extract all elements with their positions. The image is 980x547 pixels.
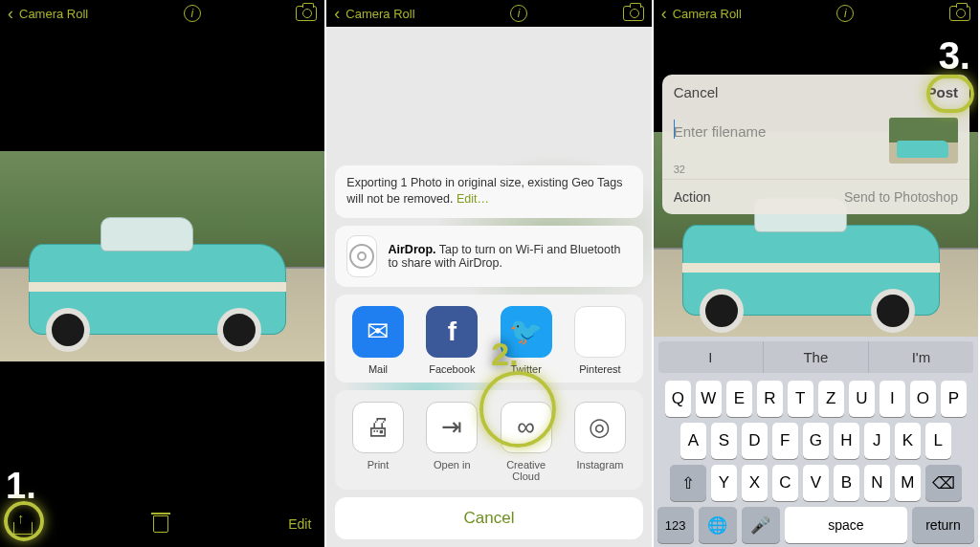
info-icon[interactable]: i	[510, 5, 527, 22]
compose-cancel-button[interactable]: Cancel	[674, 84, 719, 100]
info-icon[interactable]: i	[836, 5, 854, 22]
char-counter: 32	[662, 164, 969, 179]
key-shift[interactable]: ⇧	[670, 465, 706, 501]
suggestion[interactable]: I	[658, 341, 764, 373]
screen-2: ‹ Camera Roll i Exporting 1 Photo in ori…	[326, 0, 653, 547]
compose-action-dest: Send to Photoshop	[844, 189, 958, 205]
key-l[interactable]: L	[925, 423, 951, 459]
key-n[interactable]: N	[864, 465, 890, 501]
mail-icon: ✉︎	[352, 306, 404, 358]
photo-viewer	[0, 27, 324, 361]
filename-input[interactable]	[674, 118, 880, 144]
key-f[interactable]: F	[772, 423, 798, 459]
airdrop-title: AirDrop.	[389, 243, 436, 256]
key-mic[interactable]: 🎤	[742, 507, 780, 543]
keyboard-row-1: QWERTZUIOP	[657, 381, 974, 417]
open-in-icon: ⇥	[426, 402, 478, 453]
pinterest-icon: P	[574, 306, 626, 358]
facebook-icon: f	[426, 306, 478, 358]
bottom-toolbar: Edit	[0, 501, 324, 547]
key-r[interactable]: R	[757, 381, 783, 417]
nav-bar: ‹ Camera Roll i	[654, 0, 978, 27]
key-space[interactable]: space	[785, 507, 907, 543]
car-photo[interactable]	[0, 151, 324, 361]
keyboard-row-3: ⇧YXCVBNM⌫	[657, 465, 974, 501]
key-return[interactable]: return	[912, 507, 974, 543]
back-chevron-icon[interactable]: ‹	[8, 4, 13, 24]
action-open-in[interactable]: ⇥ Open in	[419, 402, 484, 482]
key-e[interactable]: E	[726, 381, 752, 417]
export-edit-link[interactable]: Edit…	[457, 192, 489, 206]
info-icon[interactable]: i	[184, 5, 201, 22]
action-creative-cloud[interactable]: ∞ Creative Cloud	[494, 402, 559, 482]
key-delete[interactable]: ⌫	[925, 465, 962, 501]
compose-action-label[interactable]: Action	[674, 189, 711, 205]
action-instagram[interactable]: ◎ Instagram	[568, 402, 633, 482]
back-label[interactable]: Camera Roll	[345, 7, 414, 21]
compose-post-button[interactable]: Post	[926, 84, 958, 100]
camera-icon[interactable]	[296, 6, 317, 21]
key-m[interactable]: M	[895, 465, 921, 501]
key-j[interactable]: J	[864, 423, 890, 459]
key-numbers[interactable]: 123	[657, 507, 694, 543]
trash-icon[interactable]	[153, 515, 168, 533]
key-globe[interactable]: 🌐	[699, 507, 737, 543]
share-app-facebook[interactable]: f Facebook	[419, 306, 484, 375]
screen-3: ‹ Camera Roll i Cancel Post 32 Action Se…	[654, 0, 980, 547]
share-sheet: Exporting 1 Photo in original size, exis…	[335, 165, 642, 539]
back-label[interactable]: Camera Roll	[19, 7, 88, 21]
compose-panel: Cancel Post 32 Action Send to Photoshop	[662, 75, 969, 214]
text-cursor	[674, 120, 676, 139]
key-q[interactable]: Q	[665, 381, 691, 417]
screen-1: ‹ Camera Roll i Edit 1.	[0, 0, 326, 547]
share-apps-row: ✉︎ Mail f Facebook 🐦 Twitter P Pinterest	[335, 295, 642, 383]
key-g[interactable]: G	[803, 423, 829, 459]
key-b[interactable]: B	[834, 465, 859, 501]
key-k[interactable]: K	[895, 423, 921, 459]
key-h[interactable]: H	[834, 423, 859, 459]
key-w[interactable]: W	[696, 381, 722, 417]
back-chevron-icon[interactable]: ‹	[334, 4, 340, 24]
key-d[interactable]: D	[742, 423, 768, 459]
key-a[interactable]: A	[680, 423, 706, 459]
step-label-1: 1.	[6, 466, 36, 507]
back-label[interactable]: Camera Roll	[673, 7, 742, 21]
key-c[interactable]: C	[772, 465, 798, 501]
key-s[interactable]: S	[711, 423, 737, 459]
key-x[interactable]: X	[742, 465, 768, 501]
key-z[interactable]: Z	[818, 381, 844, 417]
creative-cloud-icon: ∞	[501, 402, 552, 453]
key-o[interactable]: O	[910, 381, 936, 417]
key-i[interactable]: I	[880, 381, 905, 417]
camera-icon[interactable]	[623, 6, 644, 21]
airdrop-icon	[346, 235, 376, 277]
nav-bar: ‹ Camera Roll i	[0, 0, 324, 27]
export-note: Exporting 1 Photo in original size, exis…	[335, 165, 642, 218]
nav-bar: ‹ Camera Roll i	[326, 0, 651, 27]
back-chevron-icon[interactable]: ‹	[661, 4, 667, 24]
print-icon: 🖨	[352, 402, 404, 453]
key-t[interactable]: T	[788, 381, 813, 417]
step-label-2: 2.	[491, 336, 518, 373]
suggestion[interactable]: I'm	[869, 341, 973, 373]
camera-icon[interactable]	[949, 6, 970, 21]
suggestion[interactable]: The	[764, 341, 869, 373]
edit-button[interactable]: Edit	[288, 516, 311, 532]
airdrop-row[interactable]: AirDrop. Tap to turn on Wi-Fi and Blueto…	[335, 226, 642, 287]
keyboard-row-4: 123 🌐 🎤 space return	[657, 507, 974, 543]
photo-thumbnail[interactable]	[889, 118, 958, 164]
key-u[interactable]: U	[849, 381, 875, 417]
keyboard: I The I'm QWERTZUIOP ASDFGHJKL ⇧YXCVBNM⌫…	[654, 337, 978, 547]
action-print[interactable]: 🖨 Print	[345, 402, 411, 482]
share-app-mail[interactable]: ✉︎ Mail	[345, 306, 411, 375]
share-cancel-button[interactable]: Cancel	[335, 497, 642, 539]
step-label-3: 3.	[939, 34, 970, 77]
share-actions-row: 🖨 Print ⇥ Open in ∞ Creative Cloud ◎ Ins…	[335, 390, 642, 490]
share-app-pinterest[interactable]: P Pinterest	[568, 306, 633, 375]
instagram-icon: ◎	[574, 402, 626, 453]
key-v[interactable]: V	[803, 465, 829, 501]
key-y[interactable]: Y	[711, 465, 737, 501]
share-icon[interactable]	[13, 514, 33, 535]
keyboard-suggestions: I The I'm	[658, 341, 973, 373]
key-p[interactable]: P	[941, 381, 967, 417]
